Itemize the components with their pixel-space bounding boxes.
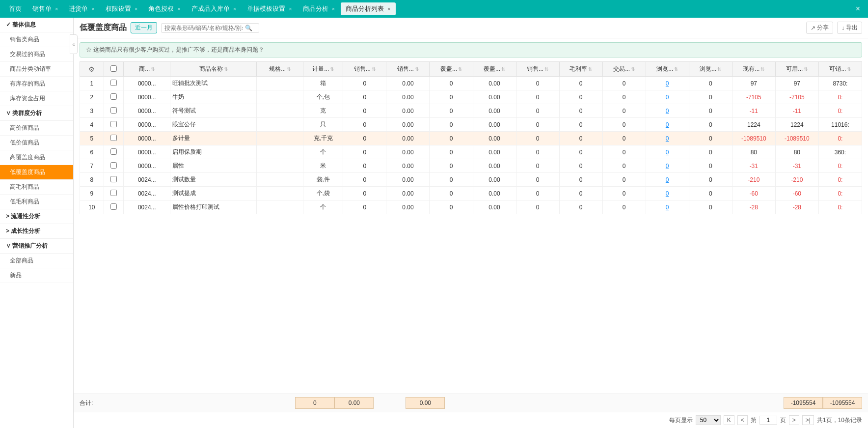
col-header-trade[interactable]: 交易...⇅	[602, 62, 646, 77]
row-browse1[interactable]: 0	[646, 200, 689, 214]
close-icon[interactable]: ×	[135, 6, 137, 12]
nav-item-production[interactable]: 产成品入库单 ×	[187, 2, 241, 15]
col-header-sales-amt[interactable]: 销售...⇅	[386, 62, 430, 77]
export-button[interactable]: ↓ 导出	[837, 22, 862, 34]
close-icon[interactable]: ×	[289, 6, 292, 12]
sidebar-item-high-margin[interactable]: 高毛利商品	[0, 180, 73, 195]
row-check[interactable]	[110, 190, 117, 196]
sidebar-item-high-coverage[interactable]: 高覆盖度商品	[0, 150, 73, 165]
nav-item-analysis[interactable]: 商品分析 ×	[298, 2, 340, 15]
col-header-code[interactable]: 商...⇅	[124, 62, 170, 77]
sidebar-group-overall[interactable]: ✓ 整体信息	[0, 18, 73, 32]
col-header-sales-qty[interactable]: 销售...⇅	[343, 62, 386, 77]
row-checkbox[interactable]	[104, 159, 124, 173]
row-checkbox[interactable]	[104, 187, 124, 200]
select-all-checkbox[interactable]	[110, 65, 117, 72]
sidebar-item-stock-goods[interactable]: 有库存的商品	[0, 77, 73, 91]
row-check[interactable]	[110, 93, 117, 100]
last-page-button[interactable]: >|	[802, 415, 814, 425]
sidebar-item-low-value[interactable]: 低价值商品	[0, 136, 73, 150]
page-input[interactable]	[760, 416, 777, 425]
nav-item-home[interactable]: 首页	[4, 2, 27, 15]
col-header-browse1[interactable]: 浏览...⇅	[646, 62, 689, 77]
next-page-button[interactable]: >	[789, 415, 799, 425]
col-header-available-stock[interactable]: 可用...⇅	[775, 62, 818, 77]
row-check[interactable]	[110, 107, 117, 114]
col-header-settings[interactable]: ⚙	[80, 62, 104, 77]
row-check[interactable]	[110, 135, 117, 141]
row-browse1[interactable]: 0	[646, 132, 689, 145]
sidebar-item-all-goods[interactable]: 全部商品	[0, 254, 73, 268]
sidebar-item-traded-goods[interactable]: 交易过的商品	[0, 47, 73, 62]
nav-item-role[interactable]: 角色授权 ×	[143, 2, 185, 15]
sidebar-item-new-goods[interactable]: 新品	[0, 268, 73, 283]
window-close-button[interactable]: ×	[852, 2, 864, 15]
sidebar-group-cluster[interactable]: ∨ 类群度分析	[0, 106, 73, 121]
row-browse1[interactable]: 0	[646, 173, 689, 187]
sidebar-item-category-rate[interactable]: 商品分类动销率	[0, 62, 73, 77]
row-browse1[interactable]: 0	[646, 77, 689, 90]
search-icon[interactable]: 🔍	[245, 25, 252, 31]
sidebar-item-sales-goods[interactable]: 销售类商品	[0, 32, 73, 47]
col-header-coverage1[interactable]: 覆盖...⇅	[430, 62, 473, 77]
col-header-browse2[interactable]: 浏览...⇅	[689, 62, 732, 77]
close-icon[interactable]: ×	[233, 6, 236, 12]
nav-item-purchase[interactable]: 进货单 ×	[64, 2, 99, 15]
row-coverage1: 0	[430, 159, 473, 173]
row-browse1[interactable]: 0	[646, 90, 689, 104]
row-checkbox[interactable]	[104, 132, 124, 145]
row-browse1[interactable]: 0	[646, 118, 689, 132]
row-checkbox[interactable]	[104, 104, 124, 118]
row-current-stock: -1089510	[732, 132, 775, 145]
sidebar-item-low-coverage[interactable]: 低覆盖度商品	[0, 165, 73, 180]
row-check[interactable]	[110, 148, 117, 155]
row-browse1[interactable]: 0	[646, 104, 689, 118]
row-gross-margin: 0	[559, 187, 602, 200]
row-checkbox[interactable]	[104, 145, 124, 159]
row-checkbox[interactable]	[104, 90, 124, 104]
sidebar-group-growth[interactable]: > 成长性分析	[0, 224, 73, 239]
prev-page-button[interactable]: <	[737, 415, 748, 425]
sidebar-collapse-button[interactable]: «	[70, 34, 78, 54]
col-header-coverage2[interactable]: 覆盖...⇅	[473, 62, 516, 77]
close-icon[interactable]: ×	[55, 6, 58, 12]
row-check[interactable]	[110, 80, 117, 86]
row-check[interactable]	[110, 176, 117, 182]
share-button[interactable]: ↗ 分享	[806, 22, 833, 34]
row-check[interactable]	[110, 162, 117, 169]
sidebar-group-marketing[interactable]: ∨ 营销推广分析	[0, 239, 73, 254]
row-checkbox[interactable]	[104, 200, 124, 214]
close-icon[interactable]: ×	[177, 6, 180, 12]
row-browse1[interactable]: 0	[646, 187, 689, 200]
sidebar-group-flow[interactable]: > 流通性分析	[0, 209, 73, 224]
col-header-gross-margin[interactable]: 毛利率⇅	[559, 62, 602, 77]
nav-item-permission[interactable]: 权限设置 ×	[101, 2, 142, 15]
row-browse1[interactable]: 0	[646, 159, 689, 173]
close-icon[interactable]: ×	[387, 6, 390, 12]
row-checkbox[interactable]	[104, 77, 124, 90]
row-check[interactable]	[110, 121, 117, 127]
row-checkbox[interactable]	[104, 173, 124, 187]
sidebar-item-capital[interactable]: 库存资金占用	[0, 91, 73, 106]
row-browse1[interactable]: 0	[646, 145, 689, 159]
close-icon[interactable]: ×	[332, 6, 335, 12]
row-check[interactable]	[110, 203, 117, 210]
nav-item-template[interactable]: 单据模板设置 ×	[242, 2, 297, 15]
time-filter-button[interactable]: 近一月	[131, 22, 157, 33]
sidebar-item-high-value[interactable]: 高价值商品	[0, 121, 73, 136]
col-header-sellable[interactable]: 可销...⇅	[818, 62, 862, 77]
first-page-button[interactable]: K	[724, 415, 734, 425]
col-header-sales-rate[interactable]: 销售...⇅	[516, 62, 559, 77]
per-page-select[interactable]: 50 10 20 100	[696, 415, 721, 425]
row-checkbox[interactable]	[104, 118, 124, 132]
col-header-unit[interactable]: 计量...⇅	[303, 62, 343, 77]
close-icon[interactable]: ×	[91, 6, 94, 12]
sidebar-item-low-margin[interactable]: 低毛利商品	[0, 195, 73, 209]
nav-item-analysis-list[interactable]: 商品分析列表 ×	[341, 2, 395, 15]
col-header-spec[interactable]: 规格...⇅	[257, 62, 303, 77]
col-header-current-stock[interactable]: 现有...⇅	[732, 62, 775, 77]
col-header-name[interactable]: 商品名称⇅	[170, 62, 257, 77]
col-header-check[interactable]	[104, 62, 124, 77]
search-input[interactable]	[164, 25, 243, 31]
nav-item-sales[interactable]: 销售单 ×	[27, 2, 63, 15]
